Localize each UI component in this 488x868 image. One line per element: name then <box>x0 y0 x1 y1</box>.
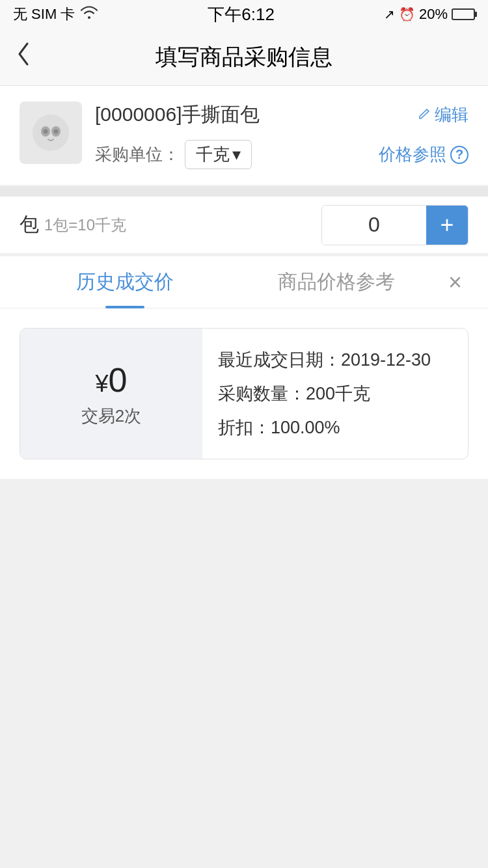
purchase-qty-row: 采购数量：200千克 <box>218 382 452 405</box>
svg-point-3 <box>44 129 48 134</box>
recent-date-label: 最近成交日期： <box>218 350 341 370</box>
price-number: 0 <box>109 361 128 399</box>
battery-percent: 20% <box>419 6 448 23</box>
tabs-section: 历史成交价 商品价格参考 × ¥0 交易2次 最近成交日期：2019-12-30… <box>0 256 488 479</box>
product-name: [0000006]手撕面包 <box>95 102 260 128</box>
price-card: ¥0 交易2次 最近成交日期：2019-12-30 采购数量：200千克 折扣：… <box>20 328 468 459</box>
no-sim-label: 无 SIM 卡 <box>13 5 75 24</box>
unit-label: 采购单位： 千克 ▾ <box>95 140 252 169</box>
product-info: [0000006]手撕面包 编辑 采购单位： 千克 ▾ <box>95 102 468 169</box>
discount-value: 100.00% <box>271 418 340 437</box>
unit-dropdown[interactable]: 千克 ▾ <box>185 140 252 169</box>
tab-close-button[interactable]: × <box>442 269 468 296</box>
purchase-qty-label: 采购数量： <box>218 384 306 403</box>
purchase-qty-value: 200千克 <box>306 384 370 403</box>
edit-icon <box>418 106 432 124</box>
edit-button[interactable]: 编辑 <box>418 103 468 126</box>
price-card-right: 最近成交日期：2019-12-30 采购数量：200千克 折扣：100.00% <box>202 329 468 459</box>
quantity-input-group: + <box>321 205 468 245</box>
quantity-row: 包 1包=10千克 + <box>0 197 488 254</box>
help-icon: ? <box>450 146 468 164</box>
page-title: 填写商品采购信息 <box>156 42 332 72</box>
product-thumbnail <box>20 102 82 164</box>
discount-label: 折扣： <box>218 418 271 437</box>
tab-content-history: ¥0 交易2次 最近成交日期：2019-12-30 采购数量：200千克 折扣：… <box>0 308 488 479</box>
svg-point-0 <box>33 115 69 151</box>
product-section: [0000006]手撕面包 编辑 采购单位： 千克 ▾ <box>0 86 488 185</box>
alarm-icon: ⏰ <box>399 7 415 22</box>
status-time: 下午6:12 <box>208 3 275 26</box>
price-display: ¥0 <box>96 360 128 400</box>
discount-row: 折扣：100.00% <box>218 416 452 439</box>
quantity-input[interactable] <box>322 206 426 245</box>
status-left: 无 SIM 卡 <box>13 5 98 24</box>
tab-product-price-ref[interactable]: 商品价格参考 <box>230 256 441 308</box>
quantity-plus-button[interactable]: + <box>426 206 468 245</box>
price-card-left: ¥0 交易2次 <box>20 329 202 459</box>
qty-unit-label: 包 <box>20 211 39 238</box>
product-header: [0000006]手撕面包 编辑 <box>95 102 468 128</box>
status-right: ↗ ⏰ 20% <box>384 6 475 23</box>
tab-history-price[interactable]: 历史成交价 <box>20 256 230 308</box>
nav-bar: 填写商品采购信息 <box>0 29 488 86</box>
battery-icon <box>452 8 475 20</box>
plus-icon: + <box>440 211 454 239</box>
dropdown-arrow-icon: ▾ <box>232 144 241 165</box>
unit-row: 采购单位： 千克 ▾ 价格参照 ? <box>95 140 468 169</box>
price-trades: 交易2次 <box>81 405 141 427</box>
wifi-icon <box>80 5 98 23</box>
yen-symbol: ¥ <box>96 370 109 397</box>
qty-conversion-text: 1包=10千克 <box>44 215 321 236</box>
section-divider <box>0 186 488 197</box>
edit-label: 编辑 <box>435 103 468 126</box>
tabs-header: 历史成交价 商品价格参考 × <box>0 256 488 308</box>
recent-date-value: 2019-12-30 <box>341 350 431 370</box>
product-row: [0000006]手撕面包 编辑 采购单位： 千克 ▾ <box>20 102 468 169</box>
recent-date-row: 最近成交日期：2019-12-30 <box>218 348 452 372</box>
svg-point-4 <box>54 129 59 134</box>
status-bar: 无 SIM 卡 下午6:12 ↗ ⏰ 20% <box>0 0 488 29</box>
price-reference-button[interactable]: 价格参照 ? <box>379 143 468 166</box>
back-button[interactable] <box>16 41 31 73</box>
location-icon: ↗ <box>384 7 395 22</box>
